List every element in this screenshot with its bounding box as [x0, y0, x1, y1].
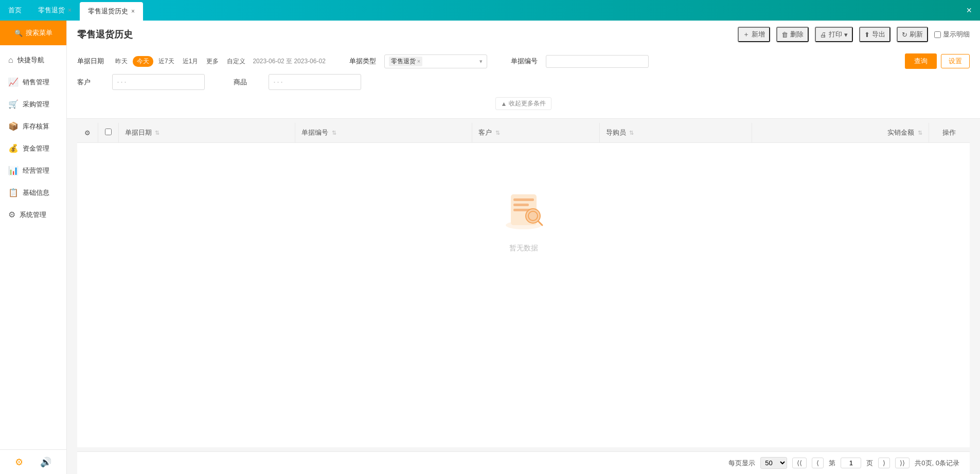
tab-retail-return-history-close[interactable]: × — [131, 8, 135, 15]
filter-row-1: 单据日期 昨天 今天 近7天 近1月 更多 自定义 2023-06-02 至 2… — [77, 53, 970, 69]
date-filter-label: 单据日期 — [77, 57, 108, 66]
sidebar: 🔍 搜索菜单 ⌂ 快捷导航 📈 销售管理 🛒 采购管理 📦 库存核算 💰 — [0, 21, 67, 474]
doc-type-tag: 零售退货 × — [389, 57, 422, 66]
sidebar-item-quick-nav[interactable]: ⌂ 快捷导航 — [0, 49, 66, 71]
sidebar-item-system[interactable]: ⚙ 系统管理 — [0, 204, 66, 226]
gear-icon[interactable]: ⚙ — [15, 457, 23, 468]
content-inner: ⚙ 单据日期 ⇅ 单据编号 ⇅ — [67, 119, 980, 474]
sidebar-item-label-0: 快捷导航 — [17, 56, 44, 65]
filter-action-group: 查询 设置 — [905, 53, 970, 69]
settings-button[interactable]: 设置 — [941, 54, 970, 68]
svg-rect-3 — [513, 204, 529, 206]
th-settings[interactable]: ⚙ — [77, 123, 98, 143]
window-close-button[interactable]: × — [958, 5, 980, 16]
page-title-bar: 零售退货历史 ＋ 新增 🗑 删除 🖨 打印 ▾ — [77, 27, 970, 42]
svg-rect-2 — [513, 198, 534, 201]
sidebar-item-label-7: 系统管理 — [20, 210, 46, 220]
tab-retail-return-close[interactable]: × — [68, 7, 72, 14]
date-option-custom[interactable]: 自定义 — [224, 56, 248, 67]
export-button[interactable]: ⬆ 导出 — [859, 27, 890, 42]
top-bar: 首页 零售退货 × 零售退货历史 × × — [0, 0, 980, 21]
query-button[interactable]: 查询 — [905, 53, 937, 69]
sidebar-item-label-5: 经营管理 — [23, 166, 49, 175]
print-button[interactable]: 🖨 打印 ▾ — [815, 27, 853, 42]
sidebar-item-label-4: 资金管理 — [23, 144, 49, 153]
doc-type-tag-close[interactable]: × — [417, 58, 420, 64]
th-amount[interactable]: 实销金额 ⇅ — [752, 123, 929, 143]
print-icon: 🖨 — [820, 31, 827, 39]
tab-retail-return-history-label: 零售退货历史 — [88, 7, 128, 16]
sidebar-item-finance[interactable]: 💰 资金管理 — [0, 137, 66, 159]
page-next-button[interactable]: ⟩ — [878, 458, 890, 468]
delete-label: 删除 — [790, 30, 804, 39]
total-info: 共0页, 0条记录 — [915, 459, 959, 468]
collapse-button[interactable]: ▲ 收起更多条件 — [495, 97, 552, 110]
th-customer[interactable]: 客户 ⇅ — [472, 123, 599, 143]
volume-icon[interactable]: 🔊 — [40, 457, 51, 468]
date-option-more[interactable]: 更多 — [203, 56, 222, 67]
date-filter-group: 单据日期 昨天 今天 近7天 近1月 更多 自定义 2023-06-02 至 2… — [77, 56, 326, 67]
export-label: 导出 — [872, 30, 885, 39]
add-icon: ＋ — [743, 30, 750, 39]
customer-input[interactable]: ··· — [112, 74, 205, 90]
sidebar-item-inventory[interactable]: 📦 库存核算 — [0, 115, 66, 137]
sidebar-item-basic-info[interactable]: 📋 基础信息 — [0, 181, 66, 204]
date-option-7days[interactable]: 近7天 — [155, 56, 177, 67]
goods-input[interactable]: ··· — [269, 74, 361, 90]
th-doc-no[interactable]: 单据编号 ⇅ — [295, 123, 472, 143]
display-detail-check[interactable]: 显示明细 — [934, 30, 970, 39]
collapse-row: ▲ 收起更多条件 — [77, 95, 970, 114]
tab-retail-return[interactable]: 零售退货 × — [30, 0, 80, 21]
display-detail-checkbox[interactable] — [934, 31, 941, 38]
th-doc-date[interactable]: 单据日期 ⇅ — [118, 123, 295, 143]
management-icon: 📊 — [8, 166, 19, 175]
page-first-button[interactable]: ⟨⟨ — [792, 458, 807, 468]
doc-type-select[interactable]: 零售退货 × ▾ — [384, 54, 487, 68]
empty-state: 暂无数据 — [77, 143, 970, 294]
per-page-select[interactable]: 50 100 200 — [760, 457, 787, 469]
th-operation-label: 操作 — [942, 129, 956, 136]
th-doc-no-label: 单据编号 — [301, 129, 328, 136]
refresh-button[interactable]: ↻ 刷新 — [897, 27, 928, 42]
empty-text: 暂无数据 — [509, 244, 538, 253]
date-option-1month[interactable]: 近1月 — [180, 56, 202, 67]
sidebar-item-purchase[interactable]: 🛒 采购管理 — [0, 93, 66, 115]
page-prev-button[interactable]: ⟨ — [812, 458, 824, 468]
select-all-checkbox[interactable] — [105, 129, 112, 135]
info-icon: 📋 — [8, 188, 19, 197]
page-actions: ＋ 新增 🗑 删除 🖨 打印 ▾ ⬆ 导出 — [738, 27, 970, 42]
sidebar-search[interactable]: 🔍 搜索菜单 — [0, 21, 66, 45]
system-icon: ⚙ — [8, 210, 15, 220]
display-detail-label: 显示明细 — [943, 30, 970, 39]
page-header: 零售退货历史 ＋ 新增 🗑 删除 🖨 打印 ▾ — [67, 21, 980, 119]
table-settings-icon[interactable]: ⚙ — [84, 129, 91, 137]
th-guide[interactable]: 导购员 ⇅ — [599, 123, 752, 143]
goods-label: 商品 — [234, 78, 264, 87]
search-icon: 🔍 — [14, 29, 23, 37]
delete-button[interactable]: 🗑 删除 — [776, 27, 809, 42]
tab-home-label: 首页 — [8, 6, 22, 15]
add-button[interactable]: ＋ 新增 — [738, 27, 770, 42]
empty-icon — [498, 184, 549, 235]
sidebar-item-sales[interactable]: 📈 销售管理 — [0, 71, 66, 93]
pagination-bar: 每页显示 50 100 200 ⟨⟨ ⟨ 第 页 ⟩ ⟩⟩ 共0页, 0条记录 — [77, 451, 970, 474]
print-arrow-icon: ▾ — [844, 31, 848, 39]
doc-no-input[interactable] — [546, 55, 649, 68]
sidebar-search-label: 搜索菜单 — [26, 28, 52, 38]
sidebar-item-management[interactable]: 📊 经营管理 — [0, 159, 66, 181]
th-checkbox[interactable] — [98, 123, 118, 143]
collapse-up-icon: ▲ — [501, 100, 507, 107]
th-doc-date-label: 单据日期 — [125, 129, 152, 136]
tab-retail-return-history[interactable]: 零售退货历史 × — [80, 2, 143, 21]
sort-guide-icon: ⇅ — [629, 130, 634, 136]
page-last-button[interactable]: ⟩⟩ — [895, 458, 910, 468]
goods-placeholder: ··· — [273, 77, 284, 87]
table-wrapper: ⚙ 单据日期 ⇅ 单据编号 ⇅ — [77, 123, 970, 447]
per-page-label: 每页显示 — [728, 459, 755, 468]
goods-filter-group: 商品 ··· — [234, 74, 361, 90]
sidebar-item-label-1: 销售管理 — [23, 78, 49, 87]
date-option-today[interactable]: 今天 — [133, 56, 153, 67]
tab-home[interactable]: 首页 — [0, 0, 30, 21]
page-number-input[interactable] — [841, 458, 861, 468]
date-option-yesterday[interactable]: 昨天 — [112, 56, 131, 67]
